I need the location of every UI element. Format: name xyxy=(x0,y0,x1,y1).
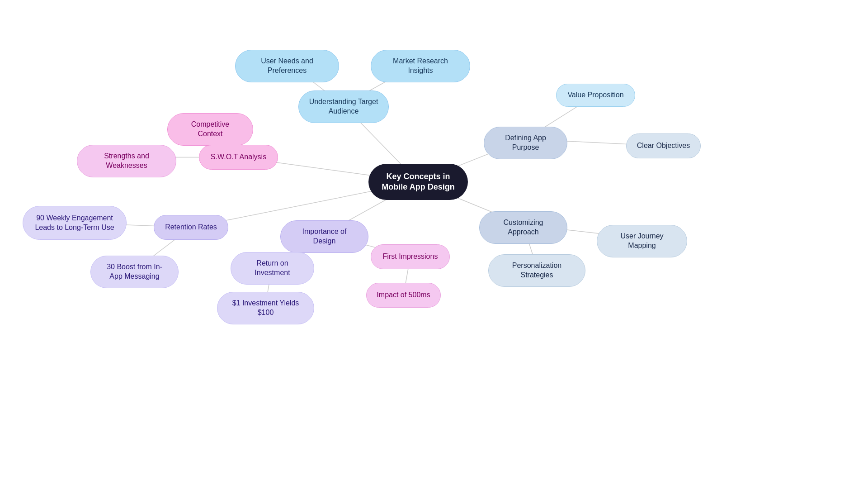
node-roi[interactable]: Return on Investment xyxy=(231,252,314,285)
node-strengths-weaknesses[interactable]: Strengths and Weaknesses xyxy=(77,145,176,177)
node-clear-objectives[interactable]: Clear Objectives xyxy=(626,133,701,158)
node-importance-design[interactable]: Importance of Design xyxy=(280,220,368,253)
node-target-audience[interactable]: Understanding Target Audience xyxy=(298,90,389,123)
node-swot[interactable]: S.W.O.T Analysis xyxy=(199,145,278,170)
center-node[interactable]: Key Concepts in Mobile App Design xyxy=(368,164,468,200)
node-customizing[interactable]: Customizing Approach xyxy=(479,211,567,244)
node-impact-500ms[interactable]: Impact of 500ms xyxy=(366,283,441,308)
node-retention-rates[interactable]: Retention Rates xyxy=(154,215,228,240)
node-boost-messaging[interactable]: 30 Boost from In-App Messaging xyxy=(90,256,179,288)
node-user-needs[interactable]: User Needs and Preferences xyxy=(235,50,339,82)
node-competitive-context[interactable]: Competitive Context xyxy=(167,113,253,146)
node-weekly-engagement[interactable]: 90 Weekly Engagement Leads to Long-Term … xyxy=(23,206,127,240)
mindmap-container: Key Concepts in Mobile App DesignUser Ne… xyxy=(0,0,868,490)
node-first-impressions[interactable]: First Impressions xyxy=(371,244,450,269)
node-defining-app[interactable]: Defining App Purpose xyxy=(484,127,567,159)
node-investment-yields[interactable]: $1 Investment Yields $100 xyxy=(217,292,314,324)
node-value-prop[interactable]: Value Proposition xyxy=(556,84,635,107)
node-user-journey[interactable]: User Journey Mapping xyxy=(597,225,687,257)
node-market-research[interactable]: Market Research Insights xyxy=(371,50,470,82)
node-personalization[interactable]: Personalization Strategies xyxy=(488,254,585,287)
